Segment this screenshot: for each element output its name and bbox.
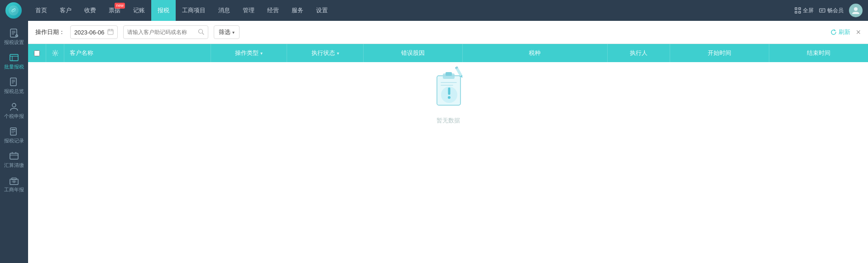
- sidebar-label-personal-tax: 个税申报: [4, 113, 24, 119]
- search-box: [123, 25, 208, 39]
- search-icon: [198, 29, 204, 36]
- sidebar-label-calc-pay: 汇算清缴: [4, 162, 24, 168]
- svg-rect-49: [446, 72, 452, 76]
- sidebar-item-tax-records[interactable]: 报税记录: [0, 123, 28, 147]
- svg-rect-1: [795, 8, 797, 10]
- calc-pay-icon: [9, 151, 19, 161]
- svg-point-23: [12, 103, 16, 107]
- empty-illustration: [426, 62, 471, 112]
- tax-summary-icon: [9, 77, 19, 87]
- empty-state-container: 暂无数据: [28, 62, 868, 125]
- th-op-type[interactable]: 操作类型 ▾: [211, 44, 287, 62]
- svg-point-52: [448, 96, 451, 99]
- svg-line-41: [202, 33, 204, 34]
- svg-point-42: [54, 52, 56, 54]
- date-picker[interactable]: 2023-06-06: [70, 25, 118, 39]
- sidebar-item-tax-summary[interactable]: 报税总览: [0, 73, 28, 98]
- main-layout: 报税设置 批量报税 报税总览: [0, 21, 868, 263]
- nav-accounts[interactable]: 记账: [127, 0, 151, 21]
- th-end: 结束时间: [769, 44, 868, 62]
- th-executor: 执行人: [608, 44, 670, 62]
- refresh-button[interactable]: 刷新: [830, 28, 850, 36]
- empty-state: 暂无数据: [426, 62, 471, 125]
- fullscreen-label: 全屏: [803, 7, 814, 15]
- sidebar-item-personal-tax[interactable]: 个税申报: [0, 98, 28, 123]
- sort-icon-op-type: ▾: [260, 51, 263, 56]
- top-nav: 首页 客户 收费 票据 new 记账 报税 工商项目 消息 管理 经营 服务 设…: [0, 0, 868, 21]
- fullscreen-icon: [795, 7, 801, 14]
- refresh-label: 刷新: [839, 28, 850, 36]
- date-value: 2023-06-06: [74, 29, 105, 36]
- sidebar-label-annual-report: 工商年报: [4, 187, 24, 193]
- sidebar-label-tax-records: 报税记录: [4, 138, 24, 144]
- nav-tax[interactable]: 报税: [151, 0, 176, 21]
- nav-message[interactable]: 消息: [212, 0, 236, 21]
- tax-records-icon: [9, 127, 19, 136]
- svg-rect-25: [11, 129, 15, 130]
- svg-rect-5: [820, 9, 825, 12]
- th-error: 错误股因: [364, 44, 463, 62]
- svg-rect-3: [795, 11, 797, 13]
- table-header: 客户名称 操作类型 ▾ 执行状态 ▾ 错误股因 税种 执行人: [28, 44, 868, 62]
- app-logo[interactable]: [5, 2, 22, 19]
- calendar-icon: [107, 29, 114, 36]
- fullscreen-button[interactable]: 全屏: [795, 7, 814, 15]
- svg-point-8: [854, 7, 858, 11]
- filter-button[interactable]: 筛选 ▾: [214, 25, 240, 39]
- sidebar-item-calc-pay[interactable]: 汇算清缴: [0, 147, 28, 172]
- toolbar: 操作日期： 2023-06-06: [28, 21, 868, 44]
- nav-settings[interactable]: 设置: [310, 0, 334, 21]
- tax-settings-icon: [9, 28, 19, 38]
- th-settings[interactable]: [46, 44, 64, 62]
- nav-business[interactable]: 工商项目: [176, 0, 212, 21]
- sidebar-label-tax-summary: 报税总览: [4, 88, 24, 94]
- select-all-checkbox[interactable]: [34, 50, 40, 56]
- sidebar-label-tax-settings: 报税设置: [4, 39, 24, 45]
- annual-report-icon: [9, 175, 19, 185]
- top-nav-right: 全屏 畅会员: [795, 4, 863, 17]
- sidebar-label-batch-tax: 批量报税: [4, 64, 24, 70]
- user-avatar[interactable]: [849, 4, 863, 17]
- nav-client[interactable]: 客户: [53, 0, 78, 21]
- filter-label: 筛选: [219, 28, 230, 36]
- svg-rect-27: [11, 132, 14, 133]
- sort-icon-status: ▾: [337, 51, 339, 56]
- th-name: 客户名称: [64, 44, 211, 62]
- chevron-down-icon: ▾: [232, 30, 235, 35]
- svg-point-0: [9, 5, 19, 15]
- th-start: 开始时间: [670, 44, 769, 62]
- date-label: 操作日期：: [35, 28, 65, 36]
- nav-manage[interactable]: 管理: [236, 0, 261, 21]
- nav-invoice[interactable]: 票据 new: [102, 0, 127, 21]
- member-icon: [819, 7, 825, 14]
- member-button[interactable]: 畅会员: [819, 7, 844, 15]
- nav-operation[interactable]: 经营: [261, 0, 285, 21]
- svg-rect-4: [799, 11, 801, 13]
- sidebar-item-annual-report[interactable]: 工商年报: [0, 172, 28, 196]
- sidebar: 报税设置 批量报税 报税总览: [0, 21, 28, 263]
- empty-text: 暂无数据: [436, 117, 460, 125]
- svg-rect-2: [799, 8, 801, 10]
- nav-collection[interactable]: 收费: [78, 0, 102, 21]
- nav-home[interactable]: 首页: [29, 0, 53, 21]
- th-tax: 税种: [463, 44, 608, 62]
- new-badge: new: [115, 3, 125, 9]
- svg-rect-51: [448, 88, 450, 95]
- batch-tax-icon: [9, 53, 19, 63]
- th-checkbox[interactable]: [28, 44, 46, 62]
- nav-service[interactable]: 服务: [285, 0, 310, 21]
- settings-icon: [52, 49, 59, 57]
- sidebar-item-batch-tax[interactable]: 批量报税: [0, 49, 28, 73]
- sidebar-item-tax-settings[interactable]: 报税设置: [0, 24, 28, 49]
- member-label: 畅会员: [827, 7, 844, 15]
- nav-items: 首页 客户 收费 票据 new 记账 报税 工商项目 消息 管理 经营 服务 设…: [29, 0, 795, 21]
- table-body: 暂无数据: [28, 62, 868, 263]
- svg-rect-28: [10, 153, 18, 159]
- th-status[interactable]: 执行状态 ▾: [287, 44, 363, 62]
- svg-rect-26: [11, 131, 15, 132]
- search-input[interactable]: [127, 29, 195, 35]
- svg-rect-36: [108, 29, 113, 34]
- svg-rect-16: [10, 54, 18, 61]
- close-button[interactable]: ×: [856, 28, 861, 36]
- personal-tax-icon: [9, 102, 19, 112]
